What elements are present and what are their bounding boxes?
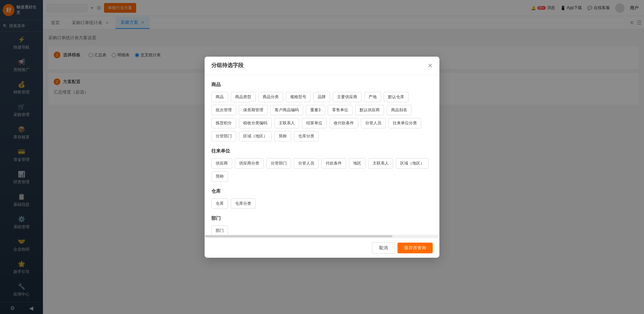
section-warehouse-title: 仓库 bbox=[211, 188, 433, 194]
tag-partner-dept[interactable]: 分管部门 bbox=[266, 158, 291, 169]
tag-supplier-category[interactable]: 供应商分类 bbox=[235, 158, 264, 169]
tag-partner-category[interactable]: 往来单位分类 bbox=[388, 118, 421, 128]
tag-main-contact-2[interactable]: 主联系人 bbox=[368, 158, 393, 169]
section-department: 部门 部门 bbox=[211, 215, 433, 235]
tag-default-warehouse[interactable]: 默认仓库 bbox=[384, 92, 409, 102]
tag-main-contact[interactable]: 主联系人 bbox=[274, 118, 299, 128]
section-department-tags: 部门 bbox=[211, 226, 433, 235]
tag-pay-terms[interactable]: 付款条件 bbox=[321, 158, 346, 169]
modal-horizontal-scrollbar[interactable] bbox=[205, 235, 439, 238]
tag-batch-mgmt[interactable]: 批次管理 bbox=[211, 105, 236, 115]
tag-area[interactable]: 地区 bbox=[349, 158, 366, 169]
tag-warehouse[interactable]: 仓库 bbox=[211, 198, 228, 209]
tag-weight[interactable]: 重量3 bbox=[306, 105, 325, 115]
tag-retail-unit[interactable]: 零售单位 bbox=[328, 105, 353, 115]
section-goods: 商品 商品 商品类型 商品分类 规格型号 品牌 主要供应商 产地 默认仓库 批次… bbox=[211, 82, 433, 141]
modal-footer: 取消 保存并查询 bbox=[205, 238, 439, 258]
tag-warehouse-category[interactable]: 仓库分类 bbox=[294, 131, 319, 141]
tag-origin[interactable]: 产地 bbox=[364, 92, 381, 102]
section-department-title: 部门 bbox=[211, 215, 433, 222]
section-goods-title: 商品 bbox=[211, 82, 433, 88]
section-warehouse: 仓库 仓库 仓库分类 bbox=[211, 188, 433, 209]
tag-manager[interactable]: 分管人员 bbox=[361, 118, 386, 128]
tag-spec-model[interactable]: 规格型号 bbox=[286, 92, 311, 102]
tag-department[interactable]: 部门 bbox=[211, 226, 228, 235]
modal-hscroll-thumb bbox=[205, 235, 392, 237]
tag-dept[interactable]: 分管部门 bbox=[211, 131, 236, 141]
tag-goods[interactable]: 商品 bbox=[211, 92, 228, 102]
tag-pick-points[interactable]: 拣货积分 bbox=[211, 118, 236, 128]
tag-tax-code[interactable]: 税收分类编码 bbox=[239, 118, 272, 128]
tag-region[interactable]: 区域（地区） bbox=[239, 131, 272, 141]
tag-goods-type[interactable]: 商品类型 bbox=[231, 92, 256, 102]
tag-supplier[interactable]: 供应商 bbox=[211, 158, 232, 169]
tag-warehouse-cat[interactable]: 仓库分类 bbox=[231, 198, 256, 209]
tag-settlement-unit[interactable]: 结算单位 bbox=[302, 118, 327, 128]
section-partner-title: 往来单位 bbox=[211, 148, 433, 154]
tag-goods-category[interactable]: 商品分类 bbox=[258, 92, 283, 102]
modal-close-icon[interactable]: ✕ bbox=[428, 62, 433, 69]
tag-partner-manager[interactable]: 分管人员 bbox=[294, 158, 319, 169]
tag-short-name-2[interactable]: 简称 bbox=[211, 171, 228, 182]
section-partner-tags: 供应商 供应商分类 分管部门 分管人员 付款条件 地区 主联系人 区域（地区） … bbox=[211, 158, 433, 182]
modal-header: 分组待选字段 ✕ bbox=[205, 57, 439, 75]
tag-main-supplier[interactable]: 主要供应商 bbox=[333, 92, 362, 102]
tag-default-supplier[interactable]: 默认供应商 bbox=[355, 105, 384, 115]
modal-title: 分组待选字段 bbox=[211, 62, 244, 69]
tag-shelf-life[interactable]: 保质期管理 bbox=[239, 105, 268, 115]
section-goods-tags: 商品 商品类型 商品分类 规格型号 品牌 主要供应商 产地 默认仓库 批次管理 … bbox=[211, 92, 433, 141]
tag-brand[interactable]: 品牌 bbox=[313, 92, 330, 102]
tag-customer-sku[interactable]: 客户商品编码 bbox=[270, 105, 303, 115]
tag-region-2[interactable]: 区域（地区） bbox=[396, 158, 429, 169]
save-query-button[interactable]: 保存并查询 bbox=[397, 243, 433, 253]
section-warehouse-tags: 仓库 仓库分类 bbox=[211, 198, 433, 209]
modal: 分组待选字段 ✕ 商品 商品 商品类型 商品分类 规格型号 品牌 主要供应商 产… bbox=[205, 57, 439, 258]
modal-body: 商品 商品 商品类型 商品分类 规格型号 品牌 主要供应商 产地 默认仓库 批次… bbox=[205, 75, 439, 235]
cancel-button[interactable]: 取消 bbox=[372, 242, 395, 254]
tag-goods-alias[interactable]: 商品别名 bbox=[387, 105, 412, 115]
tag-payment-terms[interactable]: 收付款条件 bbox=[329, 118, 358, 128]
tag-short-name[interactable]: 简称 bbox=[274, 131, 291, 141]
section-partner: 往来单位 供应商 供应商分类 分管部门 分管人员 付款条件 地区 主联系人 区域… bbox=[211, 148, 433, 182]
